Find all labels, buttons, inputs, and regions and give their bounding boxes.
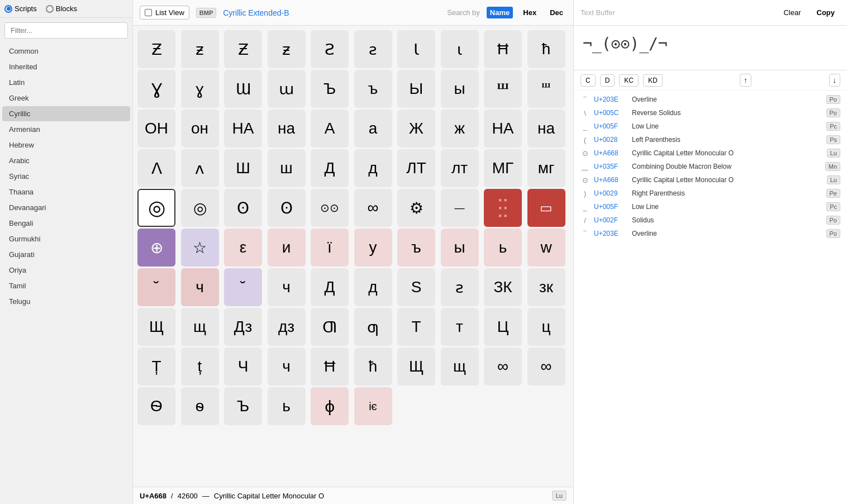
char-cell[interactable]: лт <box>441 149 479 187</box>
char-cell[interactable]: ƶ <box>181 30 219 68</box>
char-cell[interactable]: ь <box>484 229 522 267</box>
char-cell[interactable]: ƨ <box>441 268 479 306</box>
char-cell[interactable]: Ƨ <box>311 30 349 68</box>
char-cell[interactable]: ħ <box>527 30 565 68</box>
char-cell[interactable]: ƣ <box>354 308 392 346</box>
char-cell[interactable]: Ħ <box>484 30 522 68</box>
char-cell[interactable]: он <box>181 110 219 148</box>
char-list-item[interactable]: ⊙ U+A668 Cyrillic Capital Letter Monocul… <box>574 146 847 160</box>
sidebar-item-bengali[interactable]: Bengali <box>2 216 130 231</box>
sidebar-item-arabic[interactable]: Arabic <box>2 153 130 168</box>
sidebar-item-greek[interactable]: Greek <box>2 91 130 106</box>
char-list-item[interactable]: ‾ U+203E Overline Po <box>574 227 847 240</box>
blocks-radio[interactable]: Blocks <box>46 4 77 13</box>
char-cell[interactable]: МГ <box>484 149 522 187</box>
char-cell[interactable]: мг <box>527 149 565 187</box>
cli-badge[interactable]: Pc <box>826 202 840 211</box>
char-cell[interactable]: ∞ <box>354 189 392 227</box>
cat-d-button[interactable]: D <box>600 74 615 87</box>
sidebar-item-inherited[interactable]: Inherited <box>2 59 130 74</box>
cat-c-button[interactable]: C <box>580 74 596 87</box>
cat-kc-button[interactable]: KC <box>619 74 639 87</box>
char-cell[interactable]: ж <box>441 110 479 148</box>
char-cell[interactable]: ѳ <box>181 387 219 425</box>
cli-badge[interactable]: Ps <box>826 135 840 144</box>
char-cell[interactable]: ь <box>268 387 306 425</box>
sidebar-item-tamil[interactable]: Tamil <box>2 278 130 293</box>
char-cell[interactable]: ⱎ <box>527 70 565 108</box>
char-cell[interactable]: ƶ <box>268 30 306 68</box>
char-cell[interactable]: ч <box>268 268 306 306</box>
char-cell[interactable]: ◎ <box>181 189 219 227</box>
char-cell[interactable]: Щ <box>137 308 175 346</box>
sidebar-item-syriac[interactable]: Syriac <box>2 169 130 184</box>
char-list-item[interactable]: _ U+005F Low Line Pc <box>574 120 847 133</box>
sidebar-item-oriya[interactable]: Oriya <box>2 263 130 278</box>
char-list-item[interactable]: ͟ U+035F Combining Double Macron Below M… <box>574 160 847 173</box>
char-cell[interactable]: на <box>268 110 306 148</box>
char-cell[interactable]: т <box>441 308 479 346</box>
char-cell[interactable]: ъ <box>354 70 392 108</box>
char-cell[interactable]: Д <box>311 268 349 306</box>
char-cell[interactable]: Ш <box>224 149 262 187</box>
char-cell[interactable]: ɯ <box>268 70 306 108</box>
cat-kd-button[interactable]: KD <box>643 74 663 87</box>
char-cell[interactable]: ï <box>311 229 349 267</box>
char-cell[interactable]: а <box>354 110 392 148</box>
scripts-radio[interactable]: Scripts <box>4 4 37 13</box>
char-cell[interactable]: Ƶ <box>224 30 262 68</box>
char-cell[interactable]: НА <box>224 110 262 148</box>
char-list-item[interactable]: _ U+005F Low Line Pc <box>574 200 847 213</box>
char-cell[interactable]: ε <box>224 229 262 267</box>
cli-badge[interactable]: Mn <box>825 162 840 171</box>
char-list-item[interactable]: ) U+0029 Right Parenthesis Pe <box>574 187 847 200</box>
char-cell[interactable]: ч <box>268 348 306 386</box>
cli-badge[interactable]: Po <box>826 95 840 104</box>
char-cell[interactable]: Ч <box>224 348 262 386</box>
char-cell[interactable]: ˘ <box>137 268 175 306</box>
char-cell[interactable]: Ɩ <box>397 30 435 68</box>
char-cell[interactable]: ⚙ <box>397 189 435 227</box>
char-cell[interactable]: ħ <box>354 348 392 386</box>
char-cell[interactable]: ы <box>441 229 479 267</box>
sidebar-item-gurmukhi[interactable]: Gurmukhi <box>2 231 130 246</box>
cli-badge[interactable]: Po <box>826 216 840 225</box>
char-cell[interactable]: Д <box>311 149 349 187</box>
char-cell[interactable]: ц <box>527 308 565 346</box>
char-list-item[interactable]: ⊙ U+A668 Cyrillic Capital Letter Monocul… <box>574 173 847 187</box>
cli-badge[interactable]: Lu <box>827 175 840 184</box>
char-cell[interactable]: на <box>527 110 565 148</box>
char-cell[interactable]: и <box>268 229 306 267</box>
char-cell[interactable]: Ʌ <box>137 149 175 187</box>
char-cell[interactable]: × ×× ×× × <box>484 189 522 227</box>
char-list-item[interactable]: \ U+005C Reverse Solidus Po <box>574 106 847 120</box>
list-view-button[interactable]: List View <box>140 6 189 20</box>
char-cell[interactable]: ☆ <box>181 229 219 267</box>
char-cell[interactable]: S <box>397 268 435 306</box>
search-name-btn[interactable]: Name <box>487 7 513 18</box>
char-cell[interactable]: ˘ <box>224 268 262 306</box>
char-cell[interactable]: Ɣ <box>137 70 175 108</box>
char-cell[interactable]: — <box>441 189 479 227</box>
char-cell[interactable]: А <box>311 110 349 148</box>
char-cell[interactable]: ЛТ <box>397 149 435 187</box>
search-hex-btn[interactable]: Hex <box>520 7 540 18</box>
cli-badge[interactable]: Pc <box>826 122 840 131</box>
char-cell[interactable]: ш <box>268 149 306 187</box>
char-cell[interactable]: ∞ <box>484 348 522 386</box>
cli-badge[interactable]: Lu <box>827 149 840 158</box>
char-cell[interactable]: ⊙⊙ <box>311 189 349 227</box>
char-cell[interactable]: Ƣ <box>311 308 349 346</box>
char-cell[interactable]: дз <box>268 308 306 346</box>
char-cell[interactable]: щ <box>441 348 479 386</box>
sidebar-item-common[interactable]: Common <box>2 44 130 59</box>
char-cell[interactable]: Ъ <box>224 387 262 425</box>
char-cell[interactable]: Ж <box>397 110 435 148</box>
char-cell[interactable]: д <box>354 149 392 187</box>
status-category-badge[interactable]: Lu <box>552 491 567 501</box>
char-cell[interactable]: ОН <box>137 110 175 148</box>
char-cell[interactable]: Ы <box>397 70 435 108</box>
char-cell[interactable]: Ɯ <box>224 70 262 108</box>
sidebar-item-gujarati[interactable]: Gujarati <box>2 247 130 262</box>
char-cell[interactable]: ъ <box>397 229 435 267</box>
